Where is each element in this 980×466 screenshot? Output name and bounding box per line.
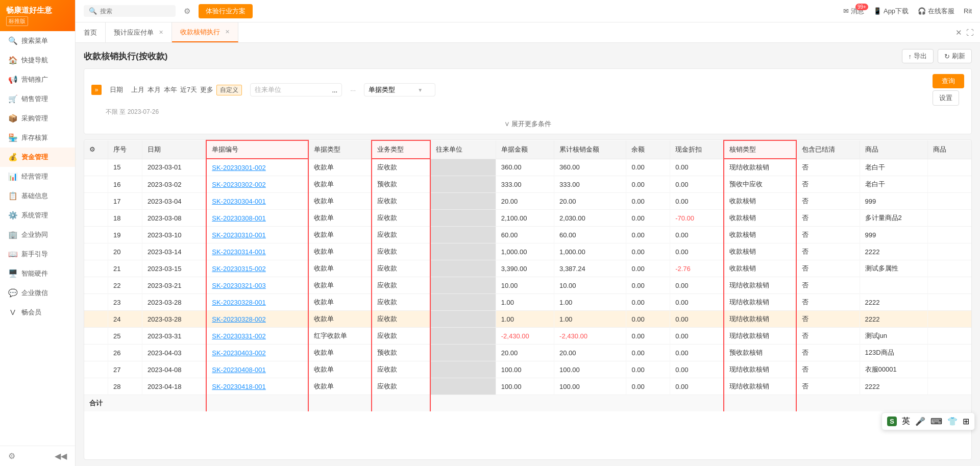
table-cell: 100.00 xyxy=(554,361,626,378)
expand-more-button[interactable]: ∨ 展开更多条件 xyxy=(91,119,964,129)
table-cell: 1.00 xyxy=(496,311,554,328)
table-cell[interactable]: SK-20230408-001 xyxy=(206,361,308,378)
table-row: 212023-03-15SK-20230315-002收款单应收款3,390.0… xyxy=(84,260,971,277)
ime-mic-icon[interactable]: 🎤 xyxy=(915,416,925,426)
table-cell[interactable]: SK-20230418-001 xyxy=(206,378,308,395)
table-cell: 17 xyxy=(108,193,142,210)
table-cell: 收款核销 xyxy=(724,260,797,277)
custom-date-button[interactable]: 自定义 xyxy=(216,85,242,95)
sidebar-item-inventory[interactable]: 🏪 库存核算 xyxy=(0,128,75,148)
sidebar-item-search[interactable]: 🔍 搜索菜单 xyxy=(0,31,75,51)
filter-settings-button[interactable]: 设置 xyxy=(933,90,959,106)
header-actions: ↑ 导出 ↻ 刷新 xyxy=(902,49,972,63)
date-option-this-year[interactable]: 本年 xyxy=(164,85,177,94)
table-cell xyxy=(927,345,971,361)
table-cell[interactable]: SK-20230301-002 xyxy=(206,159,308,176)
sidebar-item-enterprise[interactable]: 🏢 企业协同 xyxy=(0,225,75,244)
sidebar: 畅康道好生意 标推版 🔍 搜索菜单 🏠 快捷导航 📢 营销推广 🛒 销售管理 📦… xyxy=(0,0,76,466)
table-cell: -2,430.00 xyxy=(496,328,554,345)
table-cell: 收款单 xyxy=(308,378,372,395)
date-option-prev-month[interactable]: 上月 xyxy=(131,85,144,94)
date-option-this-month[interactable]: 本月 xyxy=(148,85,161,94)
table-cell[interactable]: SK-20230302-002 xyxy=(206,176,308,193)
table-cell: 123D商品 xyxy=(860,345,927,361)
table-cell xyxy=(927,260,971,277)
sidebar-item-marketing[interactable]: 📢 营销推广 xyxy=(0,70,75,89)
table-cell: 预收款核销 xyxy=(724,345,797,361)
settings-bottom-icon[interactable]: ⚙ xyxy=(8,451,15,461)
export-button[interactable]: ↑ 导出 xyxy=(902,49,934,63)
solution-button[interactable]: 体验行业方案 xyxy=(199,4,253,18)
table-cell: 0.00 xyxy=(670,378,724,395)
tab-home[interactable]: 首页 xyxy=(76,22,106,42)
table-cell: 22 xyxy=(108,277,142,294)
table-cell: 3,390.00 xyxy=(496,260,554,277)
close-tab-receivables-icon[interactable]: ✕ xyxy=(225,29,230,35)
table-cell xyxy=(84,361,108,378)
user-avatar[interactable]: Rit xyxy=(964,7,972,15)
table-cell: 收款单 xyxy=(308,210,372,227)
topbar: 🔍 ⚙ 体验行业方案 ✉ 消息 99+ 📱 App下载 🎧 在线客服 Rit xyxy=(76,0,980,22)
table-cell[interactable]: SK-20230310-001 xyxy=(206,227,308,243)
purchase-icon: 📦 xyxy=(8,114,17,123)
table-cell[interactable]: SK-20230308-001 xyxy=(206,210,308,227)
type-filter[interactable]: 单据类型 ▼ xyxy=(364,83,435,96)
sidebar-item-purchase[interactable]: 📦 采购管理 xyxy=(0,109,75,128)
table-wrapper[interactable]: ⚙ 序号 日期 单据编号 单据类型 业务类型 往来单位 单据金额 累计核销金额 … xyxy=(84,140,971,459)
notification-button[interactable]: ✉ 消息 99+ xyxy=(843,7,864,16)
sidebar-item-finance[interactable]: 💰 资金管理 xyxy=(0,148,75,167)
table-cell[interactable]: SK-20230314-001 xyxy=(206,243,308,260)
unit-filter[interactable]: 往来单位 ... xyxy=(250,83,342,96)
sidebar-item-guide[interactable]: 🏠 快捷导航 xyxy=(0,51,75,70)
sidebar-item-newbie[interactable]: 📖 新手引导 xyxy=(0,244,75,264)
sidebar-item-basic[interactable]: 📋 基础信息 xyxy=(0,186,75,206)
sidebar-item-system[interactable]: ⚙️ 系统管理 xyxy=(0,206,75,225)
filter-toggle-button[interactable]: » xyxy=(91,85,102,95)
table-cell[interactable]: SK-20230304-001 xyxy=(206,193,308,210)
collapse-icon[interactable]: ◀◀ xyxy=(55,451,67,461)
filter-date-range-row: 不限 至 2023-07-26 xyxy=(91,108,964,116)
table-cell[interactable]: SK-20230328-002 xyxy=(206,311,308,328)
sidebar-item-member[interactable]: V 畅会员 xyxy=(0,303,75,322)
sidebar-item-wechat[interactable]: 💬 企业微信 xyxy=(0,283,75,303)
sidebar-item-label: 系统管理 xyxy=(21,211,48,220)
col-header-cash-discount: 现金折扣 xyxy=(670,140,724,159)
col-header-gear[interactable]: ⚙ xyxy=(84,140,108,159)
ime-lang-label[interactable]: 英 xyxy=(902,416,910,427)
date-option-7days[interactable]: 近7天 xyxy=(180,85,197,94)
sidebar-item-operation[interactable]: 📊 经营管理 xyxy=(0,167,75,186)
sidebar-item-sales[interactable]: 🛒 销售管理 xyxy=(0,89,75,109)
table-cell[interactable]: SK-20230321-003 xyxy=(206,277,308,294)
table-cell: 否 xyxy=(796,277,860,294)
query-button[interactable]: 查询 xyxy=(933,74,964,88)
ime-grid-icon[interactable]: ⊞ xyxy=(963,416,969,426)
topbar-right: ✉ 消息 99+ 📱 App下载 🎧 在线客服 Rit xyxy=(843,7,972,16)
table-cell: 应收款 xyxy=(372,361,430,378)
expand-tab-icon[interactable]: ⛶ xyxy=(966,28,974,37)
date-option-more[interactable]: 更多 xyxy=(200,85,213,94)
online-service-button[interactable]: 🎧 在线客服 xyxy=(918,7,954,16)
table-cell[interactable]: SK-20230315-002 xyxy=(206,260,308,277)
table-cell: 0.00 xyxy=(626,277,670,294)
table-cell: 测试多属性 xyxy=(860,260,927,277)
search-input[interactable] xyxy=(100,8,161,15)
ime-keyboard-icon[interactable]: ⌨ xyxy=(930,416,942,426)
data-table: ⚙ 序号 日期 单据编号 单据类型 业务类型 往来单位 单据金额 累计核销金额 … xyxy=(84,140,971,411)
table-cell: 测试jun xyxy=(860,328,927,345)
ime-shirt-icon[interactable]: 👕 xyxy=(947,416,958,426)
table-cell[interactable]: SK-20230403-002 xyxy=(206,345,308,361)
table-cell[interactable]: SK-20230331-002 xyxy=(206,328,308,345)
table-gear-icon[interactable]: ⚙ xyxy=(89,145,95,153)
table-cell: 收款单 xyxy=(308,227,372,243)
tab-prepay-orders[interactable]: 预计应应付单 ✕ xyxy=(106,22,172,42)
close-tab-action-icon[interactable]: ✕ xyxy=(955,28,962,37)
table-cell: 现结收款核销 xyxy=(724,294,797,311)
refresh-button[interactable]: ↻ 刷新 xyxy=(938,49,972,63)
topbar-search-box[interactable]: 🔍 xyxy=(84,5,176,17)
close-tab-prepay-icon[interactable]: ✕ xyxy=(159,29,163,36)
gear-icon[interactable]: ⚙ xyxy=(184,7,190,16)
app-download-button[interactable]: 📱 App下载 xyxy=(873,7,909,16)
sidebar-item-hardware[interactable]: 🖥️ 智能硬件 xyxy=(0,264,75,283)
tab-receivables-exec[interactable]: 收款核销执行 ✕ xyxy=(172,22,238,42)
table-cell[interactable]: SK-20230328-001 xyxy=(206,294,308,311)
